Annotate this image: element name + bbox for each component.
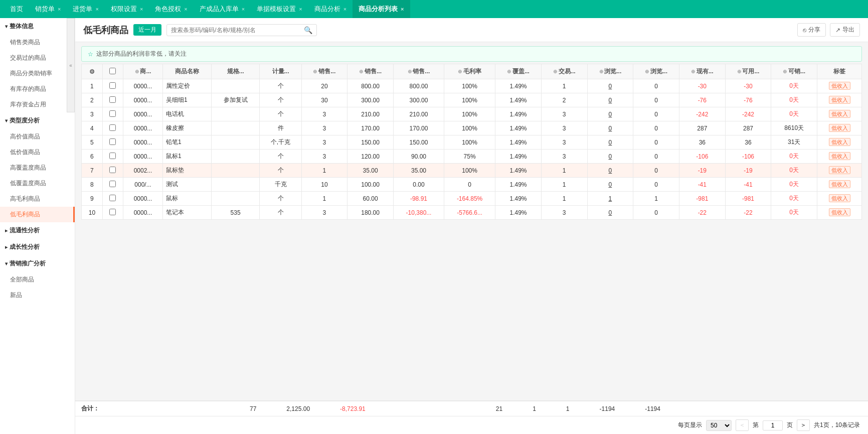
row-views1[interactable]: 1: [587, 192, 633, 206]
nav-templates[interactable]: 单据模板设置 ×: [251, 0, 308, 18]
row-views1[interactable]: 0: [587, 150, 633, 164]
sidebar-item-traded-goods[interactable]: 交易过的商品: [0, 50, 67, 66]
export-btn[interactable]: ↗ 导出: [830, 23, 860, 37]
sidebar-item-low-margin[interactable]: 低毛利商品: [0, 207, 75, 222]
row-checkbox[interactable]: [102, 79, 123, 93]
sidebar-item-low-coverage[interactable]: 低覆盖度商品: [0, 176, 75, 191]
sidebar-item-low-value[interactable]: 低价值商品: [0, 144, 75, 160]
nav-products-close[interactable]: ×: [242, 6, 245, 12]
nav-analysis-close[interactable]: ×: [343, 6, 346, 12]
row-checkbox[interactable]: [102, 135, 123, 150]
row-unit: 个: [260, 79, 301, 93]
row-views1[interactable]: 0: [587, 206, 633, 220]
sidebar-item-all-goods[interactable]: 全部商品: [0, 272, 75, 287]
nav-permissions[interactable]: 权限设置 ×: [105, 0, 149, 18]
search-input[interactable]: [171, 27, 304, 34]
col-settings[interactable]: ⚙: [82, 64, 103, 79]
row-checkbox[interactable]: [102, 93, 123, 107]
nav-purchase-close[interactable]: ×: [95, 6, 98, 12]
row-views1[interactable]: 0: [587, 135, 633, 150]
row-views1[interactable]: 0: [587, 164, 633, 178]
nav-templates-close[interactable]: ×: [299, 6, 302, 12]
share-btn[interactable]: ⎋ 分享: [797, 23, 826, 37]
sidebar-item-stock-goods[interactable]: 有库存的商品: [0, 81, 67, 97]
next-page-btn[interactable]: ＞: [797, 419, 810, 431]
col-checkbox[interactable]: [102, 64, 123, 79]
sidebar-item-category-rate[interactable]: 商品分类助销率: [0, 66, 67, 81]
row-views1[interactable]: 0: [587, 79, 633, 93]
col-current[interactable]: 现有...: [679, 64, 725, 79]
sidebar-group-header-type[interactable]: ▾ 类型度分析: [0, 112, 75, 129]
row-coverage: 1.49%: [495, 192, 542, 206]
col-available[interactable]: 可用...: [725, 64, 771, 79]
row-gross-margin: 100%: [444, 93, 495, 107]
nav-home[interactable]: 首页: [4, 0, 29, 18]
nav-analysis[interactable]: 商品分析 ×: [308, 0, 353, 18]
col-spec[interactable]: 规格...: [211, 64, 260, 79]
nav-roles-close[interactable]: ×: [184, 6, 187, 12]
nav-products[interactable]: 产成品入库单 ×: [194, 0, 251, 18]
date-filter-btn[interactable]: 近一月: [133, 24, 161, 36]
arrow-icon-flow: ▸: [5, 228, 8, 233]
row-views1[interactable]: 0: [587, 178, 633, 192]
nav-roles[interactable]: 角色授权 ×: [149, 0, 193, 18]
row-tag: 低收入: [817, 93, 862, 107]
nav-purchase[interactable]: 进货单 ×: [67, 0, 104, 18]
nav-analysis-list-close[interactable]: ×: [401, 6, 404, 12]
row-trade: 3: [541, 107, 587, 121]
row-checkbox[interactable]: [102, 178, 123, 192]
nav-permissions-close[interactable]: ×: [140, 6, 143, 12]
row-views1[interactable]: 0: [587, 121, 633, 135]
row-views1[interactable]: 0: [587, 93, 633, 107]
row-checkbox[interactable]: [102, 107, 123, 121]
col-gross-margin[interactable]: 毛利率: [444, 64, 495, 79]
nav-analysis-list[interactable]: 商品分析列表 ×: [353, 0, 410, 18]
sidebar-item-high-coverage[interactable]: 高覆盖度商品: [0, 160, 75, 176]
sidebar-group-header-growth[interactable]: ▸ 成长性分析: [0, 239, 75, 255]
col-sales-price[interactable]: 销售...: [348, 64, 394, 79]
row-checkbox[interactable]: [102, 121, 123, 135]
col-sales-qty[interactable]: 销售...: [301, 64, 348, 79]
sidebar-collapse-btn[interactable]: «: [67, 18, 75, 112]
row-no: 9: [82, 192, 103, 206]
row-sales-qty: 20: [301, 79, 348, 93]
sidebar-item-high-value[interactable]: 高价值商品: [0, 129, 75, 144]
prev-page-btn[interactable]: ＜: [736, 419, 749, 431]
col-name[interactable]: 商品名称: [162, 64, 211, 79]
sidebar-item-capital[interactable]: 库存资金占用: [0, 97, 67, 112]
col-unit[interactable]: 计量...: [260, 64, 301, 79]
row-views1[interactable]: 0: [587, 107, 633, 121]
arrow-icon-overall: ▾: [5, 24, 8, 29]
col-sales-amount[interactable]: 销售...: [393, 64, 444, 79]
nav-sales-close[interactable]: ×: [58, 6, 61, 12]
col-tag[interactable]: 标签: [817, 64, 862, 79]
sidebar-group-header-flow[interactable]: ▸ 流通性分析: [0, 222, 75, 239]
row-name: 吴细细1: [162, 93, 211, 107]
page-input[interactable]: [763, 420, 783, 430]
col-views1[interactable]: 浏览...: [587, 64, 633, 79]
row-trade: 1: [541, 79, 587, 93]
table-container[interactable]: ⚙ 商... 商品名称 规格... 计量... 销售... 销售... 销售..…: [81, 64, 862, 400]
row-gross-margin: 100%: [444, 164, 495, 178]
nav-sales[interactable]: 销货单 ×: [29, 0, 67, 18]
sidebar-group-overall: ▾ 整体信息 销售类商品 交易过的商品 商品分类助销率 有库存的商品 库存资金占…: [0, 18, 67, 112]
sidebar-group-header-overall[interactable]: ▾ 整体信息: [0, 18, 67, 35]
search-icon[interactable]: 🔍: [304, 26, 312, 34]
col-code[interactable]: 商...: [123, 64, 163, 79]
sidebar-item-sales-goods[interactable]: 销售类商品: [0, 35, 67, 50]
sidebar-group-header-marketing[interactable]: ▾ 营销推广分析: [0, 255, 75, 272]
page-size-select[interactable]: 50 100 200: [706, 420, 732, 431]
col-saleable[interactable]: 可销...: [771, 64, 817, 79]
row-checkbox[interactable]: [102, 150, 123, 164]
select-all-checkbox[interactable]: [109, 68, 116, 74]
row-unit: 个: [260, 93, 301, 107]
row-checkbox[interactable]: [102, 164, 123, 178]
sidebar-item-new-goods[interactable]: 新品: [0, 287, 75, 303]
row-checkbox[interactable]: [102, 192, 123, 206]
sidebar-item-high-margin[interactable]: 高毛利商品: [0, 191, 75, 207]
row-tag: 低收入: [817, 178, 862, 192]
col-trade[interactable]: 交易...: [541, 64, 587, 79]
col-coverage[interactable]: 覆盖...: [495, 64, 542, 79]
col-views2[interactable]: 浏览...: [633, 64, 679, 79]
row-checkbox[interactable]: [102, 206, 123, 220]
